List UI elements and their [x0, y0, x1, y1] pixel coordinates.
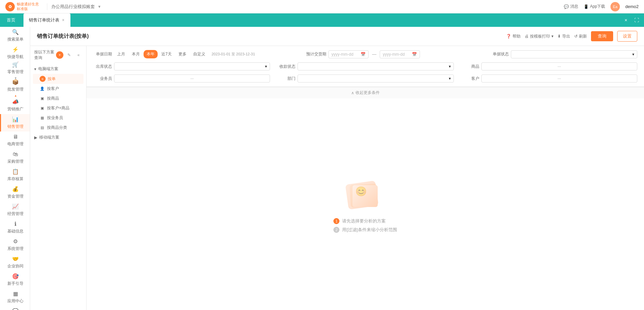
scheme-item-by-goods-cat[interactable]: ▤ 按商品分类	[33, 123, 84, 133]
print-icon: 🖨	[525, 34, 529, 39]
expected-date-end[interactable]: yyyy-mm-dd 📅	[380, 50, 420, 58]
hint-num-2: 2	[333, 227, 339, 233]
scheme-header: 按以下方案查询 + ✎ «	[30, 46, 86, 64]
scheme-item-by-customer[interactable]: 👤 按客户	[33, 84, 84, 94]
dropdown-arrow[interactable]: ▾	[98, 4, 101, 9]
sidebar-item-retail-mgmt[interactable]: 🛒 零售管理 ▾	[0, 62, 30, 79]
sidebar-item-ecommerce[interactable]: 🖥 电商管理	[0, 132, 30, 149]
scheme-section-mobile: ▶ 移动端方案	[30, 133, 86, 142]
sidebar-item-business[interactable]: 📈 经营管理	[0, 201, 30, 219]
scheme-section-header-mobile[interactable]: ▶ 移动端方案	[33, 133, 84, 142]
search-icon: 🔍	[12, 29, 19, 35]
sidebar-item-marketing[interactable]: 📣 营销推广	[0, 97, 30, 114]
tab-bar: 首页 销售订单统计表 × × ⛶	[0, 13, 644, 27]
filter-row-3: 业务员 ··· 部门 ▾ 客户 ···	[93, 74, 637, 83]
tab-close-btn[interactable]: ×	[61, 17, 65, 23]
message-btn[interactable]: 💬 消息	[564, 4, 578, 9]
date-this-year-btn[interactable]: 本年	[144, 50, 158, 58]
expected-date-start[interactable]: yyyy-mm-dd 📅	[328, 50, 369, 58]
salesman-selector-btn[interactable]: ···	[114, 74, 270, 83]
goods-selector-btn[interactable]: ···	[481, 62, 637, 70]
top-bar-right: 💬 消息 📱 App下载 Ea demo2	[564, 2, 639, 11]
scheme-item-by-order[interactable]: ≡ 按单	[33, 74, 84, 84]
tab-active[interactable]: 销售订单统计表 ×	[23, 13, 70, 27]
export-btn[interactable]: ⬇ 导出	[557, 34, 570, 39]
collapse-bar[interactable]: ∧ 收起更多条件	[87, 87, 644, 98]
tab-maximize-btn[interactable]: ⛶	[632, 15, 641, 25]
scheme-add-btn[interactable]: +	[56, 51, 63, 59]
sidebar-item-finance[interactable]: 💰 资金管理	[0, 184, 30, 201]
dept-select[interactable]: ▾	[298, 74, 453, 83]
sidebar-item-new-guide[interactable]: 🎯 新手引导	[0, 271, 30, 289]
scheme-collapse-btn[interactable]: «	[75, 51, 82, 59]
logo-icon: ✿	[5, 2, 15, 11]
settings-btn[interactable]: 设置	[617, 31, 637, 42]
date-this-month-btn[interactable]: 本月	[129, 50, 143, 58]
tab-home[interactable]: 首页	[0, 13, 22, 27]
message-icon: 💬	[564, 4, 569, 9]
scheme-item-by-salesman[interactable]: ▦ 按业务员	[33, 113, 84, 123]
avatar[interactable]: Ea	[610, 2, 620, 11]
sidebar-item-basic-info[interactable]: ℹ 基础信息	[0, 219, 30, 236]
logo[interactable]: ✿ 畅捷通好生意 标准版	[5, 2, 39, 11]
date-last7-btn[interactable]: 近7天	[158, 50, 175, 58]
out-status-select[interactable]: ▾	[114, 62, 270, 70]
illus-face: 😊	[355, 186, 367, 197]
sidebar: 🔍 搜索菜单 ⚡ 快捷导航 🛒 零售管理 ▾ 📦 批发管理 ▴ 📣 营销推广 📊…	[0, 27, 30, 310]
receive-status-select[interactable]: ▾	[298, 62, 453, 70]
customer-selector-btn[interactable]: ···	[481, 74, 637, 83]
app-center-icon: ▦	[13, 291, 18, 297]
new-guide-icon: 🎯	[12, 273, 19, 279]
date-more-btn[interactable]: 更多	[175, 50, 190, 58]
finance-icon: 💰	[12, 186, 19, 192]
retail-icon: 🛒	[12, 61, 19, 68]
filter-results-panel: 单据日期 上月 本月 本年 近7天 更多 自定义 2023-01-01 至 20…	[87, 46, 644, 310]
print-dropdown-icon: ▾	[551, 34, 553, 39]
business-icon: 📈	[12, 203, 19, 210]
sidebar-item-purchase[interactable]: 🛍 采购管理	[0, 149, 30, 166]
page-title: 销售订单统计表(按单)	[37, 33, 89, 40]
sidebar-item-sales-mgmt[interactable]: 📊 销售管理	[0, 114, 30, 132]
query-btn[interactable]: 查询	[591, 31, 613, 41]
sidebar-item-app-center[interactable]: ▦ 应用中心	[0, 289, 30, 306]
bill-status-select[interactable]: ▾	[511, 50, 637, 58]
help-btn[interactable]: ❓ 帮助	[506, 34, 521, 39]
date-range-separator: —	[372, 52, 376, 57]
cust-goods-icon: ▣	[40, 106, 45, 111]
date-last-month-btn[interactable]: 上月	[114, 50, 128, 58]
active-badge: ≡	[40, 76, 46, 82]
calendar-icon-start: 📅	[361, 52, 366, 57]
top-bar: ✿ 畅捷通好生意 标准版 办公用品行业模拟账套 ▾ 💬 消息 📱 App下载 E…	[0, 0, 644, 13]
scheme-item-by-cust-goods[interactable]: ▣ 按客户+商品	[33, 103, 84, 113]
basic-info-icon: ℹ	[14, 221, 16, 227]
sidebar-item-system[interactable]: ⚙ 系统管理	[0, 236, 30, 254]
tab-minimize-btn[interactable]: ×	[621, 15, 631, 25]
quick-nav-icon: ⚡	[12, 46, 19, 53]
sidebar-item-enterprise-wechat[interactable]: 💬 企业微信	[0, 306, 30, 310]
scheme-section-header-pc[interactable]: ▾ 电脑端方案	[33, 64, 84, 74]
scheme-header-title: 按以下方案查询	[34, 49, 56, 61]
page-actions: ❓ 帮助 🖨 按模板打印 ▾ ⬇ 导出 ↺ 刷新 查询 设置	[506, 31, 637, 42]
date-range-text: 2023-01-01 至 2023-12-31	[212, 52, 255, 57]
sidebar-item-search-menu[interactable]: 🔍 搜索菜单	[0, 27, 30, 44]
scheme-section-pc: ▾ 电脑端方案 ≡ 按单 👤 按客户 ▣ 按商品	[30, 64, 86, 133]
sidebar-item-inventory[interactable]: 📋 库存核算	[0, 166, 30, 184]
scheme-item-by-goods[interactable]: ▣ 按商品	[33, 94, 84, 103]
date-custom-btn[interactable]: 自定义	[190, 50, 208, 58]
sidebar-item-quick-nav[interactable]: ⚡ 快捷导航	[0, 44, 30, 62]
inventory-icon: 📋	[12, 168, 19, 175]
empty-hints: 1 请先选择要分析的方案 2 用[过滤]条件来缩小分析范围	[333, 218, 397, 233]
scheme-edit-btn[interactable]: ✎	[65, 51, 73, 59]
refresh-btn[interactable]: ↺ 刷新	[574, 34, 587, 39]
download-icon: 📱	[584, 4, 589, 9]
sidebar-item-wholesale-mgmt[interactable]: 📦 批发管理 ▴	[0, 79, 30, 97]
help-icon: ❓	[506, 34, 511, 39]
scheme-header-icons: + ✎ «	[56, 51, 82, 59]
refresh-icon: ↺	[574, 34, 578, 39]
sales-icon: 📊	[12, 116, 19, 122]
print-btn[interactable]: 🖨 按模板打印 ▾	[525, 34, 553, 39]
sidebar-item-enterprise[interactable]: 🤝 企业协同	[0, 254, 30, 271]
app-download-btn[interactable]: 📱 App下载	[584, 4, 605, 9]
calendar-icon-end: 📅	[412, 52, 417, 57]
username[interactable]: demo2	[625, 4, 639, 9]
